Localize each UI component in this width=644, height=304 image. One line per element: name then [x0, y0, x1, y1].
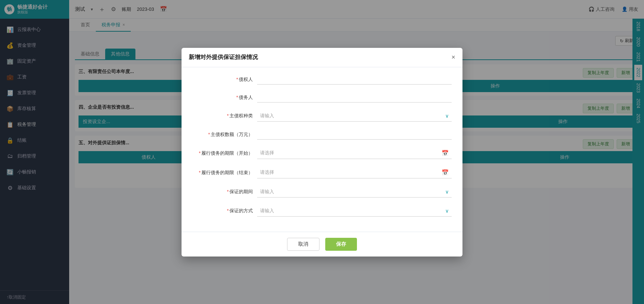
required-mark-period-end: * [199, 170, 201, 175]
required-mark-debtor: * [236, 95, 238, 100]
form-row-period-start: *履行债务的期限（开始） 请选择 📅 [192, 148, 452, 159]
dialog-close-button[interactable]: × [451, 54, 455, 60]
form-label-guarantee-method: *保证的方式 [192, 208, 257, 214]
guarantee-method-select[interactable]: 请输入 ∨ [257, 205, 452, 217]
period-start-calendar-icon[interactable]: 📅 [442, 150, 449, 156]
guarantee-period-select[interactable]: 请输入 ∨ [257, 186, 452, 198]
guarantee-method-placeholder: 请输入 [260, 208, 274, 214]
creditor-input[interactable] [257, 74, 452, 85]
form-label-debtor: *债务人 [192, 94, 257, 101]
save-button[interactable]: 保存 [325, 238, 357, 251]
form-row-guarantee-period: *保证的期间 请输入 ∨ [192, 186, 452, 198]
form-label-claim-type: *主债权种类 [192, 113, 257, 119]
period-start-placeholder: 请选择 [260, 150, 274, 156]
dialog-overlay: 新增对外提供保证担保情况 × *债权人 *债务人 *主债权种类 [0, 0, 644, 304]
form-label-period-start: *履行债务的期限（开始） [192, 150, 257, 156]
debtor-input[interactable] [257, 92, 452, 103]
guarantee-period-chevron-icon: ∨ [445, 189, 449, 195]
claim-type-select[interactable]: 请输入 ∨ [257, 110, 452, 122]
dialog-header: 新增对外提供保证担保情况 × [182, 48, 462, 67]
form-label-period-end: *履行债务的期限（结束） [192, 169, 257, 176]
form-row-debtor: *债务人 [192, 92, 452, 103]
dialog-title: 新增对外提供保证担保情况 [189, 54, 258, 61]
form-row-guarantee-method: *保证的方式 请输入 ∨ [192, 205, 452, 217]
period-end-container: 请选择 📅 [257, 167, 452, 178]
required-mark-guarantee-method: * [227, 208, 229, 213]
required-mark-guarantee-period: * [227, 189, 229, 194]
required-mark-creditor: * [236, 77, 238, 82]
claim-amount-input[interactable] [257, 130, 452, 140]
required-mark-claim-amount: * [208, 132, 210, 137]
dialog-footer: 取消 保存 [182, 232, 462, 257]
dialog-body: *债权人 *债务人 *主债权种类 请输入 ∨ [182, 67, 462, 232]
form-row-claim-amount: *主债权数额（万元） [192, 130, 452, 140]
form-label-creditor: *债权人 [192, 76, 257, 83]
form-row-creditor: *债权人 [192, 74, 452, 85]
form-row-claim-type: *主债权种类 请输入 ∨ [192, 110, 452, 122]
period-end-placeholder: 请选择 [260, 169, 274, 176]
cancel-button[interactable]: 取消 [287, 238, 319, 251]
claim-type-chevron-icon: ∨ [445, 113, 449, 119]
period-start-container: 请选择 📅 [257, 148, 452, 159]
form-row-period-end: *履行债务的期限（结束） 请选择 📅 [192, 167, 452, 178]
claim-type-placeholder: 请输入 [260, 113, 274, 119]
required-mark-period-start: * [199, 150, 201, 156]
required-mark-claim-type: * [227, 113, 229, 118]
form-label-guarantee-period: *保证的期间 [192, 189, 257, 195]
guarantee-period-placeholder: 请输入 [260, 189, 274, 195]
form-label-claim-amount: *主债权数额（万元） [192, 131, 257, 138]
period-end-calendar-icon[interactable]: 📅 [442, 169, 449, 176]
guarantee-method-chevron-icon: ∨ [445, 208, 449, 214]
dialog: 新增对外提供保证担保情况 × *债权人 *债务人 *主债权种类 [182, 48, 462, 257]
